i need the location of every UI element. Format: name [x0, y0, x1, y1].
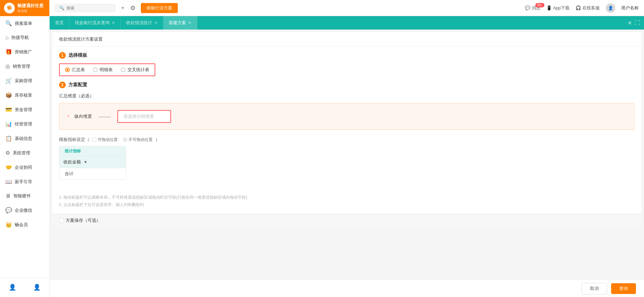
- sidebar-item-inventory[interactable]: 📦 库存核算: [0, 88, 49, 102]
- page-header: 收款情况统计方案设置: [52, 32, 641, 47]
- sidebar-item-label: 畅会员: [15, 222, 28, 228]
- user-icon-2: 👤: [33, 284, 41, 291]
- sidebar-item-label: 营销推广: [15, 49, 32, 55]
- tabbar-controls: ✕ ⛶: [628, 20, 644, 26]
- sidebar-item-sales[interactable]: ◎ 销售管理: [0, 59, 49, 73]
- sidebar-bottom-btn-1[interactable]: 👤: [0, 282, 25, 294]
- radio-detail-label: 明细表: [100, 67, 113, 73]
- tab-collection-stat-label: 收款情况统计: [126, 20, 152, 26]
- radio-detail-circle[interactable]: [93, 67, 98, 72]
- sidebar-item-coop[interactable]: 🤝 企业协同: [0, 160, 49, 175]
- sidebar-item-marketing[interactable]: 🎁 营销推广: [0, 45, 49, 59]
- tab-new-plan[interactable]: 新建方案 ✕: [163, 16, 197, 30]
- sidebar-item-finance[interactable]: 💳 资金管理: [0, 102, 49, 117]
- tabbar: 首页 现金银行流水查询 ✕ 收款情况统计 ✕ 新建方案 ✕ ✕ ⛶: [50, 16, 644, 30]
- tab-new-plan-close[interactable]: ✕: [188, 20, 192, 25]
- section1-title: 选择模板: [68, 52, 87, 58]
- sidebar-item-label: 企业协同: [15, 164, 32, 170]
- sidebar-item-label: 库存核算: [15, 92, 32, 98]
- tab-collection-stat-close[interactable]: ✕: [154, 20, 158, 25]
- mobile-icon: 📱: [546, 5, 552, 10]
- radio-detail[interactable]: 明细表: [93, 67, 113, 73]
- sidebar-bottom-btn-2[interactable]: 👤: [25, 282, 50, 294]
- tab-expand-icon[interactable]: ⛶: [635, 20, 640, 26]
- trial-button[interactable]: 体验行业方案: [141, 3, 178, 13]
- indicator-legend: 可拖动位置 不可拖动位置: [92, 137, 153, 143]
- username-label: 用户名称: [621, 5, 639, 11]
- tab-bank-flow-close[interactable]: ✕: [112, 20, 115, 25]
- marketing-icon: 🎁: [5, 49, 12, 55]
- page-content: 收款情况统计方案设置 1 选择模板 汇总表 明细表: [52, 32, 641, 227]
- indicator-settings-suffix: ）: [155, 137, 160, 143]
- search-box[interactable]: 🔍: [55, 4, 115, 12]
- gear-icon[interactable]: ⚙: [130, 4, 136, 12]
- sidebar-item-search-menu[interactable]: 🔍 搜索菜单: [0, 16, 49, 31]
- tab-collection-stat[interactable]: 收款情况统计 ✕: [121, 16, 163, 30]
- message-icon: 💬: [525, 5, 530, 10]
- finance-icon: 💳: [5, 106, 12, 113]
- required-mark: *: [67, 114, 69, 119]
- user-avatar[interactable]: 👤: [606, 3, 615, 13]
- sidebar-item-label: 智能硬件: [13, 193, 31, 199]
- save-checkbox[interactable]: 方案保存（可选）: [59, 217, 101, 224]
- operations-icon: 📊: [5, 121, 12, 127]
- tab-bank-flow[interactable]: 现金银行流水查询 ✕: [69, 16, 121, 30]
- sidebar-item-quick-nav[interactable]: ⌂ 快捷导航: [0, 31, 49, 45]
- sales-icon: ◎: [5, 63, 10, 69]
- save-label: 方案保存（可选）: [66, 217, 101, 224]
- app-download-btn[interactable]: 📱 App下载: [546, 5, 570, 11]
- sidebar-item-operations[interactable]: 📊 经营管理: [0, 117, 49, 131]
- notification-btn[interactable]: 💬 消息 99+: [525, 5, 540, 11]
- search-caret-icon[interactable]: ▼: [121, 6, 125, 10]
- sidebar-item-basic-info[interactable]: 📋 基础信息: [0, 131, 49, 146]
- notification-badge: 99+: [535, 3, 544, 7]
- wechat-icon: 💬: [5, 207, 12, 213]
- coop-icon: 🤝: [5, 164, 12, 170]
- sidebar-item-wechat[interactable]: 💬 企业微信: [0, 203, 49, 217]
- indicator-settings-label: 模板指标设定（: [59, 137, 90, 143]
- logo-sub: 标准版: [17, 9, 44, 13]
- tab-new-plan-label: 新建方案: [169, 20, 186, 26]
- sidebar-item-purchase[interactable]: 🛒 采购管理: [0, 73, 49, 88]
- action-bar: 取消 查询: [50, 280, 644, 297]
- user-icon-1: 👤: [9, 284, 16, 291]
- legend-draggable: 可拖动位置: [92, 137, 118, 143]
- tab-home[interactable]: 首页: [50, 16, 69, 30]
- indicator-settings-header: 模板指标设定（ 可拖动位置 不可拖动位置 ）: [59, 137, 635, 143]
- legend-non-draggable-label: 不可拖动位置: [128, 137, 153, 143]
- content-area: 收款情况统计方案设置 1 选择模板 汇总表 明细表: [50, 30, 644, 280]
- sidebar-item-member[interactable]: 👑 畅会员: [0, 217, 49, 232]
- indicator-table: 统计指标 收款金额 ▼ 合计: [59, 146, 126, 180]
- radio-summary-circle[interactable]: [65, 67, 70, 72]
- tip-item-1: 1. 拖动标题栏可以调整布局，不可跨维度或指标区域拖动栏目字段(只能在同一维度或…: [59, 194, 635, 201]
- radio-cross[interactable]: 交叉统计表: [121, 67, 149, 73]
- sidebar-item-label: 基础信息: [15, 136, 32, 142]
- radio-summary[interactable]: 汇总表: [65, 67, 85, 73]
- dimension-select[interactable]: 请选择分组维度: [117, 110, 171, 123]
- topbar-right: 💬 消息 99+ 📱 App下载 🎧 在线客服 👤 用户名称: [525, 3, 639, 13]
- page-header-title: 收款情况统计方案设置: [59, 37, 103, 42]
- legend-draggable-label: 可拖动位置: [98, 137, 118, 143]
- arrow-icon: ——: [99, 113, 111, 120]
- sidebar-bottom: 👤 👤: [0, 278, 49, 297]
- query-button[interactable]: 查询: [611, 283, 636, 294]
- purchase-icon: 🛒: [5, 78, 12, 84]
- sidebar: 畅 畅捷通好生意 标准版 🔍 搜索菜单 ⌂ 快捷导航 🎁 营销推广 ◎ 销售管理…: [0, 0, 50, 297]
- indicator-caret-icon[interactable]: ▼: [84, 160, 88, 164]
- tip-text-2: 2. 点击标题栏下拉可设置排序、插入列和删除列: [59, 201, 144, 209]
- sidebar-item-label: 销售管理: [13, 63, 30, 69]
- template-options: 汇总表 明细表 交叉统计表: [59, 63, 155, 76]
- save-checkbox-box[interactable]: [59, 218, 64, 223]
- sidebar-item-hardware[interactable]: 🖥 智能硬件: [0, 189, 49, 203]
- sidebar-item-guide[interactable]: 📖 新手引导: [0, 175, 49, 189]
- online-support-btn[interactable]: 🎧 在线客服: [576, 5, 600, 11]
- cancel-button[interactable]: 取消: [582, 283, 607, 294]
- tab-close-icon[interactable]: ✕: [628, 20, 632, 26]
- main-area: 🔍 ▼ ⚙ 体验行业方案 💬 消息 99+ 📱 App下载 🎧 在线客服 👤: [50, 0, 644, 297]
- sidebar-item-system[interactable]: ⚙ 系统管理: [0, 146, 49, 160]
- search-input[interactable]: [66, 6, 107, 10]
- radio-cross-circle[interactable]: [121, 67, 125, 72]
- hardware-icon: 🖥: [5, 193, 11, 199]
- basic-info-icon: 📋: [5, 135, 12, 142]
- indicator-row: 收款金额 ▼: [59, 156, 126, 168]
